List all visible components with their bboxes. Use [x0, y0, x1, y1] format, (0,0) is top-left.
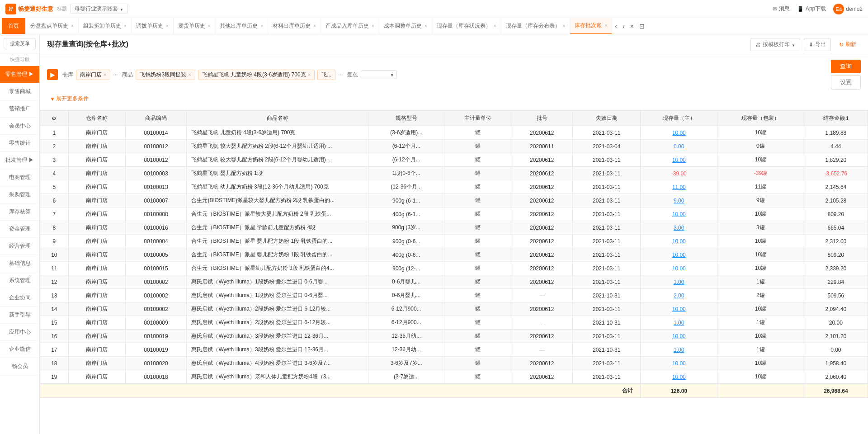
sidebar-item-base-info[interactable]: 基础信息: [0, 255, 39, 272]
row-no: 6: [40, 194, 69, 208]
row-qty-main[interactable]: 11.00: [641, 180, 717, 194]
row-batch: 20200611: [511, 140, 573, 153]
product-more-btn[interactable]: ···: [338, 71, 343, 78]
sidebar-item-enterprise-collab[interactable]: 企业协同: [0, 289, 39, 307]
row-qty-main[interactable]: 10.00: [641, 208, 717, 221]
message-btn[interactable]: ✉ 消息: [773, 5, 790, 13]
col-settings[interactable]: ⚙: [40, 111, 69, 126]
search-menu-btn[interactable]: 搜索英单: [4, 38, 36, 49]
row-qty-pkg: 1罐: [717, 316, 804, 330]
tab-inventory-dist[interactable]: 现存量（库存分布表） ×: [501, 18, 571, 34]
sidebar-item-retail-mall[interactable]: 零售商城: [0, 83, 39, 100]
tab-other-out[interactable]: 其他出库单历史 ×: [215, 18, 268, 34]
sidebar-item-member[interactable]: 会员中心: [0, 118, 39, 135]
query-btn[interactable]: 查询: [831, 60, 861, 73]
row-qty-main[interactable]: 3.00: [641, 221, 717, 235]
sidebar-item-marketing[interactable]: 营销推广: [0, 100, 39, 118]
template-print-btn[interactable]: 🖨 按模板打印: [750, 38, 800, 51]
tab-close-icon[interactable]: ×: [71, 24, 74, 28]
row-qty-main[interactable]: 10.00: [641, 235, 717, 248]
tab-home[interactable]: 首页: [2, 18, 26, 34]
user-avatar[interactable]: Ea demo2: [833, 4, 863, 14]
row-qty-main[interactable]: 0.00: [641, 140, 717, 153]
tab-close-icon[interactable]: ×: [166, 24, 169, 28]
expand-conditions-btn[interactable]: ▼ 展开更多条件: [47, 92, 861, 105]
warehouse-tag[interactable]: 南岸门店 ×: [76, 70, 110, 80]
product-tag2-close[interactable]: ×: [308, 72, 311, 77]
tab-prev-btn[interactable]: ‹: [612, 23, 620, 30]
export-btn[interactable]: ⬇ 导出: [804, 38, 831, 51]
row-qty-main[interactable]: 1.00: [641, 316, 717, 330]
filter-toggle-btn[interactable]: ▶: [47, 69, 58, 80]
row-qty-main[interactable]: 1.00: [641, 343, 717, 357]
tab-inventory-status[interactable]: 现存量（库存状况表） ×: [432, 18, 501, 34]
sidebar-item-enterprise-wechat[interactable]: 企业微信: [0, 341, 39, 358]
row-qty-pkg: 11罐: [717, 180, 804, 194]
row-qty-main[interactable]: 2.00: [641, 289, 717, 302]
sidebar-item-member-plus[interactable]: 畅会员: [0, 358, 39, 375]
app-download-btn[interactable]: 📱 App下载: [797, 5, 826, 13]
tab-close-icon[interactable]: ×: [425, 24, 427, 28]
sidebar-item-finance[interactable]: 资金管理: [0, 221, 39, 238]
row-name: 惠氏启赋（Wyeth illuma）1段奶粉 爱尔兰进口 0-6月婴...: [187, 275, 368, 289]
tab-fenpan[interactable]: 分盘盘点单历史 ×: [26, 18, 79, 34]
row-qty-pkg: 10罐: [717, 248, 804, 262]
sidebar-item-app-center[interactable]: 应用中心: [0, 324, 39, 341]
row-qty-main[interactable]: 10.00: [641, 370, 717, 384]
sidebar-item-wholesale[interactable]: 批发管理 ▶: [0, 152, 39, 169]
tab-close-icon[interactable]: ×: [313, 24, 316, 28]
row-qty-main[interactable]: 9.00: [641, 194, 717, 208]
row-batch: 20200612: [511, 275, 573, 289]
row-qty-main[interactable]: 10.00: [641, 302, 717, 316]
refresh-btn[interactable]: ↻ 刷新: [835, 38, 861, 51]
product-tag-2[interactable]: 飞鹤星飞帆 儿童奶粉 4段(3-6岁适用) 700克 ×: [198, 70, 315, 80]
row-qty-main[interactable]: 10.00: [641, 262, 717, 275]
row-qty-main[interactable]: 10.00: [641, 153, 717, 167]
product-tag-1[interactable]: 飞鹤奶粉3段同提装 ×: [136, 70, 195, 80]
tab-zuzhang[interactable]: 组装拆卸单历史 ×: [79, 18, 132, 34]
row-qty-main[interactable]: 10.00: [641, 126, 717, 140]
sidebar-item-retail-mgmt[interactable]: 零售管理 ▶: [0, 66, 39, 83]
top-bar: 好 畅捷通好生意 标题 母婴行业演示账套 ✉ 消息 📱 App下载 Ea dem…: [0, 0, 868, 18]
product-tag-3[interactable]: 飞...: [317, 70, 335, 80]
tab-close-icon[interactable]: ×: [124, 24, 127, 28]
sidebar-item-system[interactable]: 系统管理: [0, 272, 39, 289]
sidebar-item-purchase[interactable]: 采购管理: [0, 186, 39, 203]
workspace-dropdown[interactable]: 母婴行业演示账套: [71, 4, 127, 14]
tab-yaohuo[interactable]: 要货单历史 ×: [174, 18, 216, 34]
tab-close-all-btn[interactable]: ×: [627, 23, 637, 30]
warehouse-more-btn[interactable]: ···: [113, 71, 118, 78]
tab-cost-adj[interactable]: 成本调整单历史 ×: [379, 18, 432, 34]
sidebar-item-ecommerce[interactable]: 电商管理: [0, 169, 39, 186]
row-expire: 2021-03-11: [573, 302, 641, 316]
row-code: 00100012: [125, 153, 187, 167]
row-qty-main[interactable]: 10.00: [641, 248, 717, 262]
avatar-icon: Ea: [833, 4, 844, 14]
tab-close-icon[interactable]: ×: [604, 23, 607, 28]
footer-label: 合计: [40, 384, 641, 398]
sidebar-nav-label[interactable]: 快捷导航: [0, 53, 39, 66]
tab-next-btn[interactable]: ›: [620, 23, 627, 30]
warehouse-tag-close[interactable]: ×: [104, 72, 106, 77]
sidebar-item-retail-stats[interactable]: 零售统计: [0, 135, 39, 152]
row-qty-main[interactable]: 1.00: [641, 275, 717, 289]
tab-close-icon[interactable]: ×: [563, 24, 566, 28]
row-qty-main[interactable]: 10.00: [641, 357, 717, 370]
sidebar-item-operations[interactable]: 经营管理: [0, 238, 39, 255]
sidebar-item-inventory[interactable]: 库存核算: [0, 203, 39, 221]
tab-close-icon[interactable]: ×: [260, 24, 263, 28]
top-bar-left: 好 畅捷通好生意 标题 母婴行业演示账套: [5, 4, 127, 14]
tab-diaob[interactable]: 调拨单历史 ×: [132, 18, 174, 34]
tab-batch-account[interactable]: 库存批次账 ×: [570, 18, 612, 34]
product-tag1-close[interactable]: ×: [188, 72, 191, 77]
color-select[interactable]: [361, 70, 397, 79]
tab-more-btn[interactable]: ⊡: [637, 23, 647, 30]
sidebar-item-newbie[interactable]: 新手引导: [0, 307, 39, 324]
settings-btn[interactable]: 设置: [831, 75, 861, 90]
tab-close-icon[interactable]: ×: [494, 24, 496, 28]
tab-close-icon[interactable]: ×: [208, 24, 211, 28]
tab-close-icon[interactable]: ×: [372, 24, 374, 28]
row-qty-main[interactable]: 10.00: [641, 330, 717, 343]
tab-material-out[interactable]: 材料出库单历史 ×: [268, 18, 321, 34]
tab-product-in[interactable]: 产成品入库单历史 ×: [321, 18, 379, 34]
